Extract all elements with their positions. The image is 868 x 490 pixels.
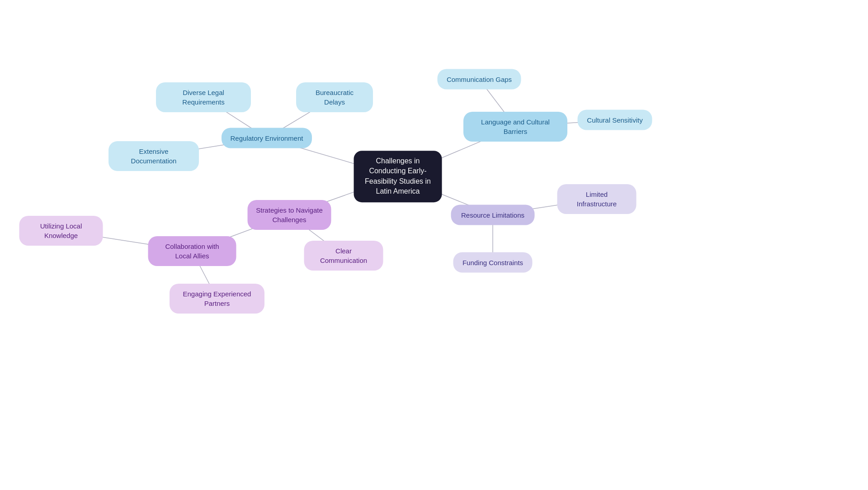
node-clear-comm: Clear Communication <box>304 241 383 271</box>
node-diverse-legal: Diverse Legal Requirements <box>156 82 251 112</box>
node-experienced-partners: Engaging Experienced Partners <box>170 284 264 314</box>
node-resource-lim: Resource Limitations <box>451 205 535 225</box>
node-lang-cultural: Language and Cultural Barriers <box>463 112 567 142</box>
center-node: Challenges in Conducting Early-Feasibili… <box>354 151 442 202</box>
node-collab-allies: Collaboration with Local Allies <box>148 236 236 266</box>
node-strategies: Strategies to Navigate Challenges <box>248 200 331 230</box>
node-bureaucratic: Bureaucratic Delays <box>296 82 373 112</box>
connections-svg <box>0 0 868 490</box>
node-regulatory: Regulatory Environment <box>222 128 312 148</box>
node-funding: Funding Constraints <box>453 252 533 273</box>
node-local-know: Utilizing Local Knowledge <box>19 216 103 246</box>
mind-map-container: Challenges in Conducting Early-Feasibili… <box>0 0 868 490</box>
node-cultural-sens: Cultural Sensitivity <box>578 110 652 130</box>
node-extensive-doc: Extensive Documentation <box>108 141 199 171</box>
node-comm-gaps: Communication Gaps <box>438 69 521 90</box>
node-limited-infra: Limited Infrastructure <box>557 184 637 214</box>
